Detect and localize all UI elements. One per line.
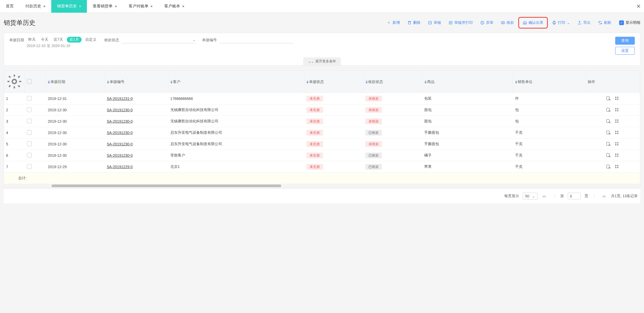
code-link[interactable]: SA-20191230-0 bbox=[107, 142, 133, 146]
view-icon[interactable] bbox=[606, 96, 611, 102]
tab-close-icon[interactable]: × bbox=[182, 4, 184, 8]
more-icon[interactable] bbox=[614, 119, 619, 124]
last-page-icon[interactable]: ⏭ bbox=[601, 194, 607, 198]
date-quick-month[interactable]: 近1月 bbox=[67, 37, 82, 43]
cell-unit: 千克 bbox=[513, 139, 586, 150]
add-button[interactable]: ＋新增 bbox=[384, 19, 403, 27]
view-icon[interactable] bbox=[606, 130, 611, 136]
code-link[interactable]: SA-20191230-0 bbox=[107, 131, 133, 135]
setting-button[interactable]: 设置 bbox=[615, 47, 635, 55]
th-unit[interactable]: 销售单位 bbox=[513, 71, 586, 93]
tab-close-icon[interactable]: × bbox=[151, 4, 153, 8]
pay-status-badge: 未收款 bbox=[365, 107, 382, 113]
refresh-button[interactable]: 刷新 bbox=[595, 19, 614, 27]
page-prefix: 第 bbox=[560, 194, 564, 199]
plus-icon: ＋ bbox=[387, 21, 391, 25]
view-icon[interactable] bbox=[606, 141, 611, 147]
th-date[interactable]: 单据日期 bbox=[46, 71, 105, 93]
cell-unit: 千克 bbox=[513, 150, 586, 161]
row-checkbox[interactable] bbox=[27, 153, 32, 158]
row-checkbox[interactable] bbox=[27, 130, 32, 135]
view-icon[interactable] bbox=[606, 153, 611, 158]
cell-date: 2019-12-30 bbox=[46, 104, 105, 116]
row-checkbox[interactable] bbox=[27, 119, 32, 123]
filter-pay-status-group: 收款状态 ⌄ bbox=[104, 37, 196, 43]
sort-icon bbox=[170, 80, 172, 84]
cancel-audit-button[interactable]: 弃审 bbox=[477, 19, 497, 27]
horizontal-scrollbar[interactable] bbox=[4, 184, 640, 188]
code-link[interactable]: SA-20191229-0 bbox=[107, 165, 133, 169]
more-icon[interactable] bbox=[614, 96, 619, 102]
tab-2[interactable]: 销货单历史× bbox=[51, 0, 87, 13]
code-link[interactable]: SA-20191231-0 bbox=[107, 96, 133, 101]
first-page-icon[interactable]: ⏮ bbox=[541, 194, 547, 198]
th-code[interactable]: 单据编号 bbox=[105, 71, 168, 93]
th-status[interactable]: 单据状态 bbox=[304, 71, 363, 93]
gear-icon bbox=[6, 86, 22, 90]
view-icon[interactable] bbox=[606, 107, 611, 113]
more-icon[interactable] bbox=[614, 130, 619, 136]
more-icon[interactable] bbox=[614, 153, 619, 158]
cell-product: 包装 bbox=[422, 93, 513, 104]
delete-button[interactable]: 删除 bbox=[404, 19, 424, 27]
svg-rect-42 bbox=[617, 154, 619, 155]
audit-button[interactable]: 审核 bbox=[425, 19, 444, 27]
filter-code-label: 单据编号 bbox=[202, 37, 217, 43]
date-quick-today[interactable]: 今天 bbox=[39, 37, 50, 43]
svg-rect-23 bbox=[615, 119, 617, 121]
th-pay-status[interactable]: 收款状态 bbox=[363, 71, 422, 93]
tab-close-icon[interactable]: × bbox=[79, 4, 81, 8]
show-detail-toggle[interactable]: ✓显示明细 bbox=[619, 20, 640, 25]
th-customer[interactable]: 客户 bbox=[168, 71, 304, 93]
code-link[interactable]: SA-20191230-0 bbox=[107, 119, 133, 123]
prev-page-icon[interactable]: 〈 bbox=[551, 194, 557, 199]
date-quick-yesterday[interactable]: 昨天 bbox=[27, 37, 37, 43]
row-checkbox[interactable] bbox=[27, 96, 32, 101]
cell-index: 5 bbox=[4, 139, 25, 150]
page-header: 销货单历史 ＋新增 删除 审核 审核并打印 弃审 收款 确认出库 打印⌄ 导出 … bbox=[4, 15, 640, 33]
tab-5[interactable]: 客户账本× bbox=[158, 0, 190, 13]
query-button[interactable]: 查询 bbox=[615, 37, 635, 45]
th-settings[interactable] bbox=[4, 71, 25, 93]
per-page-select[interactable]: 50⌄ bbox=[523, 193, 538, 200]
cell-product: 面包 bbox=[422, 104, 513, 116]
tab-3[interactable]: 查看销货单× bbox=[87, 0, 123, 13]
more-icon[interactable] bbox=[614, 107, 619, 113]
svg-point-4 bbox=[503, 22, 503, 23]
tab-1[interactable]: 付款历史× bbox=[20, 0, 51, 13]
svg-point-8 bbox=[12, 79, 16, 84]
print-button[interactable]: 打印⌄ bbox=[549, 19, 573, 27]
tab-0[interactable]: 首页 bbox=[0, 0, 20, 13]
view-icon[interactable] bbox=[606, 164, 611, 170]
tabs-bar: 首页付款历史×销货单历史×查看销货单×客户对账单×客户账本× ✕ bbox=[0, 0, 644, 13]
th-select-all[interactable] bbox=[25, 71, 46, 93]
code-input[interactable] bbox=[220, 37, 293, 43]
export-button[interactable]: 导出 bbox=[574, 19, 594, 27]
date-quick-custom[interactable]: 自定义 bbox=[84, 37, 98, 43]
more-icon[interactable] bbox=[614, 164, 619, 170]
tab-close-icon[interactable]: × bbox=[43, 4, 45, 8]
close-all-tabs-icon[interactable]: ✕ bbox=[636, 3, 641, 10]
date-quick-week[interactable]: 近7天 bbox=[52, 37, 65, 43]
audit-print-button[interactable]: 审核并打印 bbox=[445, 19, 476, 27]
svg-rect-11 bbox=[615, 97, 617, 98]
row-checkbox[interactable] bbox=[27, 141, 32, 146]
tab-close-icon[interactable]: × bbox=[115, 4, 117, 8]
svg-rect-43 bbox=[615, 155, 617, 157]
more-icon[interactable] bbox=[614, 141, 619, 147]
expand-conditions-button[interactable]: ⌄⌄展开更多条件 bbox=[303, 57, 341, 65]
pay-status-select[interactable]: ⌄ bbox=[122, 37, 196, 43]
th-product[interactable]: 商品 bbox=[422, 71, 513, 93]
next-page-icon[interactable]: 〉 bbox=[592, 194, 598, 199]
tab-4[interactable]: 客户对账单× bbox=[123, 0, 158, 13]
scrollbar-thumb[interactable] bbox=[52, 185, 281, 187]
receive-button[interactable]: 收款 bbox=[498, 19, 517, 27]
row-checkbox[interactable] bbox=[27, 107, 32, 112]
cell-index: 7 bbox=[4, 161, 25, 173]
row-checkbox[interactable] bbox=[27, 164, 32, 169]
code-link[interactable]: SA-20191230-0 bbox=[107, 108, 133, 112]
page-input[interactable] bbox=[568, 193, 581, 199]
confirm-out-button[interactable]: 确认出库 bbox=[518, 17, 548, 29]
view-icon[interactable] bbox=[606, 119, 611, 124]
code-link[interactable]: SA-20191230-0 bbox=[107, 153, 133, 158]
